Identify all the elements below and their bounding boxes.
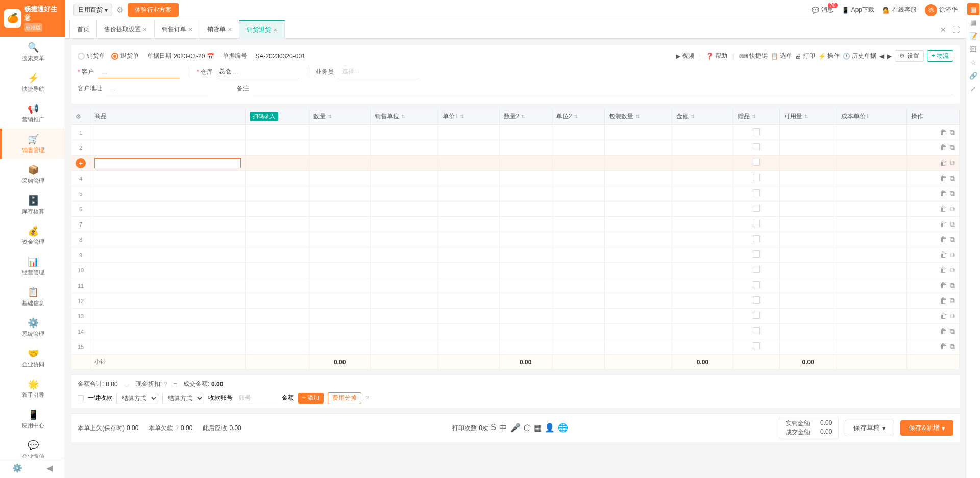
row-unit2-7[interactable] [552,217,604,232]
row-qty-2[interactable] [309,140,371,156]
row-avail-13[interactable] [780,309,837,324]
copy-icon-3[interactable]: ⧉ [950,159,955,167]
row-cost-12[interactable] [837,293,906,309]
row-cost-6[interactable] [837,202,906,217]
row-pack-7[interactable] [604,217,672,232]
remark-input[interactable] [253,82,953,94]
delete-icon-12[interactable]: 🗑 [940,296,947,305]
row-product-1[interactable] [90,125,246,140]
th-cost-info-icon[interactable]: ℹ [867,113,869,120]
online-service-btn[interactable]: 💁 在线客服 [883,6,917,14]
delete-icon-10[interactable]: 🗑 [940,266,947,274]
row-amount-2[interactable] [672,140,733,156]
delete-icon-5[interactable]: 🗑 [940,189,947,198]
draft-btn[interactable]: 保存草稿 ▾ [845,420,894,436]
row-qty2-4[interactable] [499,171,552,186]
row-qty2-7[interactable] [499,217,552,232]
salesperson-input[interactable]: 选择... [338,66,420,78]
row-qty2-15[interactable] [499,339,552,355]
row-unit-1[interactable] [371,125,438,140]
sidebar-item-shortcut[interactable]: ⚡ 快捷导航 [0,67,65,98]
row-gift-cb-7[interactable] [753,220,760,227]
sidebar-item-wechat[interactable]: 💬 企业微信 [0,435,65,458]
row-gift-cb-2[interactable] [753,143,760,150]
row-unit-13[interactable] [371,309,438,324]
delete-icon-15[interactable]: 🗑 [940,342,947,351]
row-unit-4[interactable] [371,171,438,186]
row-price-10[interactable] [438,263,499,278]
s-icon5[interactable]: ▦ [534,423,542,434]
row-price-11[interactable] [438,278,499,293]
copy-icon-4[interactable]: ⧉ [950,174,955,183]
th-gift-sort-icon[interactable]: ⇅ [752,114,756,119]
row-product-7[interactable] [90,217,246,232]
row-cost-11[interactable] [837,278,906,293]
row-qty-5[interactable] [309,186,371,202]
row-unit-9[interactable] [371,247,438,263]
address-input[interactable]: ... [106,82,208,94]
sidebar-item-sales[interactable]: 🛒 销售管理 [0,129,65,159]
row-gift-cb-9[interactable] [753,250,760,258]
copy-icon-11[interactable]: ⧉ [950,281,955,290]
row-unit-12[interactable] [371,293,438,309]
row-gift-cb-11[interactable] [753,281,760,288]
sidebar-item-purchase[interactable]: 📦 采购管理 [0,159,65,190]
s-icon4[interactable]: ⬡ [524,423,531,434]
copy-icon-1[interactable]: ⧉ [950,128,955,137]
sidebar-item-operation[interactable]: 📊 经营管理 [0,251,65,282]
row-unit2-5[interactable] [552,186,604,202]
copy-icon-14[interactable]: ⧉ [950,327,955,336]
scan-btn[interactable]: 扫码录入 [250,112,278,121]
row-product-3[interactable] [90,156,246,171]
row-amount-13[interactable] [672,309,733,324]
row-pack-4[interactable] [604,171,672,186]
copy-icon-5[interactable]: ⧉ [950,189,955,198]
rt-btn-image[interactable]: 🖼 [967,43,979,55]
s-icon7[interactable]: 🌐 [558,423,568,434]
th-qty2-sort-icon[interactable]: ⇅ [521,114,525,119]
row-pack-6[interactable] [604,202,672,217]
delete-icon-14[interactable]: 🗑 [940,327,947,336]
radio-return[interactable]: 退货单 [111,52,139,60]
row-pack-14[interactable] [604,324,672,339]
row-qty-10[interactable] [309,263,371,278]
row-price-9[interactable] [438,247,499,263]
tab-close-price-setting[interactable]: ✕ [143,27,147,32]
row-product-5[interactable] [90,186,246,202]
th-price-sort-icon[interactable]: ⇅ [460,114,464,119]
fee-btn[interactable]: 费用分摊 [328,392,361,404]
delete-icon-4[interactable]: 🗑 [940,174,947,183]
row-product-15[interactable] [90,339,246,355]
settings-btn[interactable]: ⚙ 设置 [895,50,923,62]
tab-close-sales-order[interactable]: ✕ [188,27,192,32]
delete-icon-6[interactable]: 🗑 [940,205,947,213]
sidebar-item-basic[interactable]: 📋 基础信息 [0,282,65,312]
print-btn[interactable]: 🖨 打印 [795,52,815,60]
row-price-13[interactable] [438,309,499,324]
row-price-7[interactable] [438,217,499,232]
row-unit-6[interactable] [371,202,438,217]
row-product-11[interactable] [90,278,246,293]
row-qty2-12[interactable] [499,293,552,309]
row-price-2[interactable] [438,140,499,156]
copy-icon-12[interactable]: ⧉ [950,296,955,305]
row-qty2-14[interactable] [499,324,552,339]
row-qty2-10[interactable] [499,263,552,278]
row-product-14[interactable] [90,324,246,339]
row-unit-5[interactable] [371,186,438,202]
rt-btn-star[interactable]: ☆ [967,56,979,68]
row-qty-1[interactable] [309,125,371,140]
row-qty2-13[interactable] [499,309,552,324]
s-icon6[interactable]: 👤 [545,423,555,434]
row-pack-5[interactable] [604,186,672,202]
tab-price-setting[interactable]: 售价提取设置✕ [97,20,155,39]
row-price-15[interactable] [438,339,499,355]
row-avail-7[interactable] [780,217,837,232]
row-cost-5[interactable] [837,186,906,202]
app-download-btn[interactable]: 📱 App下载 [842,6,874,14]
copy-icon-10[interactable]: ⧉ [950,266,955,274]
s-icon3[interactable]: 🎤 [510,423,521,434]
row-product-8[interactable] [90,232,246,247]
customer-input[interactable]: ... [98,66,180,78]
row-qty2-5[interactable] [499,186,552,202]
